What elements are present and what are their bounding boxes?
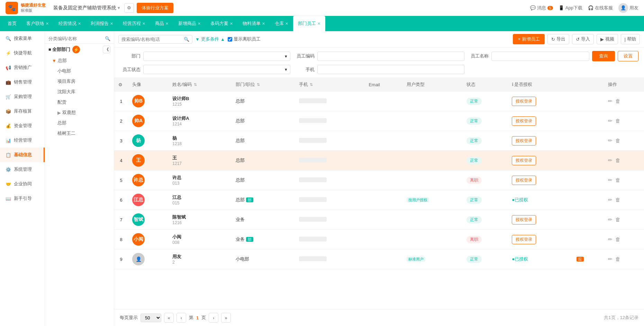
help-button[interactable]: | 帮助 [621, 34, 640, 44]
nav-home[interactable]: 首页 [3, 16, 21, 31]
search-submit-icon[interactable]: 🔍 [184, 37, 189, 42]
auth-button[interactable]: 授权登录 [512, 116, 536, 126]
auth-button[interactable]: 授权登录 [512, 156, 536, 165]
first-page-button[interactable]: « [164, 313, 174, 323]
last-page-button[interactable]: » [221, 313, 231, 323]
nav-close-icon7[interactable]: ✕ [230, 21, 233, 26]
edit-button[interactable]: ✏ [608, 177, 613, 183]
user-avatar[interactable]: 👤 用友 [618, 3, 638, 13]
prev-page-button[interactable]: ‹ [176, 313, 186, 323]
dept-node-zhishu[interactable]: 植树王二 [51, 128, 114, 139]
nav-sales[interactable]: 💼 销售管理 [0, 75, 45, 89]
dept-node-peihuo[interactable]: 配货 [51, 97, 114, 107]
nav-marketing[interactable]: 📢 营销推广 [0, 60, 45, 75]
row-auth[interactable]: 授权登录 [508, 91, 571, 111]
dept-collapse-button[interactable]: 《 [103, 46, 110, 53]
resigned-checkbox-input[interactable] [228, 37, 232, 42]
edit-button[interactable]: ✏ [608, 157, 613, 164]
emp-code-input[interactable] [317, 52, 464, 61]
nav-customer[interactable]: 客户联络 ✕ [21, 16, 54, 31]
nav-close-icon5[interactable]: ✕ [165, 21, 169, 26]
row-auth[interactable]: 授权登录 [508, 210, 571, 230]
dept-node-zongbu2[interactable]: 总部 [51, 118, 114, 128]
delete-button[interactable]: 🗑 [615, 256, 620, 262]
nav-close-icon2[interactable]: ✕ [78, 21, 81, 26]
nav-operation[interactable]: 经营情况 ✕ [54, 16, 86, 31]
nav-management[interactable]: 📊 经营管理 [0, 133, 45, 148]
dept-node-xiaodibu[interactable]: 小电部 [51, 66, 114, 76]
dept-add-button[interactable]: ⚡ [72, 46, 80, 53]
row-auth[interactable]: ●已授权 [508, 190, 571, 210]
delete-button[interactable]: 🗑 [615, 118, 620, 124]
import-button[interactable]: ↺ 导入 [572, 34, 594, 44]
auth-button[interactable]: 授权登录 [512, 176, 536, 185]
message-button[interactable]: 💬 消息 5 [530, 5, 553, 11]
dept-node-zongbu[interactable]: ▼ 总部 [45, 55, 114, 66]
nav-close-icon3[interactable]: ✕ [110, 21, 113, 26]
nav-warehouse[interactable]: 仓库 ✕ [270, 16, 293, 31]
row-auth[interactable]: ●已授权 [508, 249, 571, 269]
edit-button[interactable]: ✏ [608, 98, 613, 104]
nav-guide[interactable]: 📖 新手引导 [0, 191, 45, 206]
settings-button[interactable]: ⚙ [124, 3, 134, 13]
edit-button[interactable]: ✏ [608, 197, 613, 203]
delete-button[interactable]: 🗑 [615, 157, 620, 164]
nav-quick-nav[interactable]: ⚡ 快捷导航 [0, 46, 45, 60]
edit-button[interactable]: ✏ [608, 138, 613, 144]
page-size-select[interactable]: 50 20 100 [140, 314, 161, 322]
export-button[interactable]: ↻ 导出 [547, 34, 569, 44]
delete-button[interactable]: 🗑 [615, 98, 620, 104]
nav-profit[interactable]: 利润报告 ✕ [86, 16, 118, 31]
more-conditions-button[interactable]: ▼ 更多条件 ▲ [195, 36, 225, 42]
nav-history[interactable]: 经营历程 ✕ [118, 16, 150, 31]
row-auth[interactable]: 授权登录 [508, 131, 571, 151]
delete-button[interactable]: 🗑 [615, 217, 620, 223]
search-input[interactable] [121, 37, 184, 42]
query-button[interactable]: 查询 [592, 51, 615, 61]
nav-inventory[interactable]: 📦 库存核算 [0, 104, 45, 118]
delete-button[interactable]: 🗑 [615, 236, 620, 243]
nav-system[interactable]: ⚙️ 系统管理 [0, 162, 45, 177]
view-button[interactable]: ▶ 视频 [597, 34, 618, 44]
dept-node-xiangmu[interactable]: 项目库房 [51, 76, 114, 87]
nav-close-icon[interactable]: ✕ [46, 21, 49, 26]
phone-input[interactable] [317, 65, 464, 74]
dept-node-shuanglu[interactable]: ▶ 双鹿想 [51, 107, 114, 118]
nav-search-menu[interactable]: 🔍 搜索菜单 [0, 31, 45, 46]
nav-close-icon9[interactable]: ✕ [285, 21, 288, 26]
row-auth[interactable]: 授权登录 [508, 111, 571, 131]
nav-employee[interactable]: 部门员工 ✕ [293, 16, 325, 31]
dropdown-arrow-icon[interactable]: ▾ [118, 5, 120, 10]
nav-close-icon4[interactable]: ✕ [142, 21, 145, 26]
nav-barcode[interactable]: 条码方案 ✕ [206, 16, 238, 31]
trial-button[interactable]: 体验行业方案 [137, 3, 173, 13]
auth-button[interactable]: 授权登录 [512, 235, 536, 244]
nav-basic-info[interactable]: 📋 基础信息 [0, 148, 45, 162]
delete-button[interactable]: 🗑 [615, 177, 620, 183]
delete-button[interactable]: 🗑 [615, 138, 620, 144]
col-name[interactable]: 姓名/编码 ⇅ [168, 78, 232, 91]
nav-close-icon8[interactable]: ✕ [262, 21, 265, 26]
edit-button[interactable]: ✏ [608, 118, 613, 124]
nav-close-icon6[interactable]: ✕ [198, 21, 201, 26]
row-auth[interactable]: 授权登录 [508, 170, 571, 190]
nav-product[interactable]: 商品 ✕ [150, 16, 173, 31]
nav-close-icon10[interactable]: ✕ [317, 21, 320, 26]
dept-search-input[interactable] [48, 36, 105, 41]
auth-button[interactable]: 授权登录 [512, 97, 536, 106]
edit-button[interactable]: ✏ [608, 256, 613, 262]
emp-name-input[interactable] [491, 52, 589, 61]
col-phone[interactable]: 手机 ⇅ [295, 78, 365, 91]
setting-button[interactable]: 设置 [618, 51, 638, 61]
online-service-button[interactable]: 🎧 在线客服 [588, 5, 613, 11]
col-dept[interactable]: 部门/职位 ⇅ [232, 78, 295, 91]
dept-node-shenyang[interactable]: 沈阳大库 [51, 87, 114, 97]
edit-button[interactable]: ✏ [608, 217, 613, 223]
row-auth[interactable]: 授权登录 [508, 151, 571, 170]
delete-button[interactable]: 🗑 [615, 197, 620, 203]
edit-button[interactable]: ✏ [608, 236, 613, 243]
show-resigned-checkbox[interactable]: 显示离职员工 [228, 36, 261, 42]
dept-search-icon[interactable]: 🔍 [105, 36, 110, 41]
status-filter-select[interactable]: ▾ [143, 65, 290, 74]
add-employee-button[interactable]: + 新增员工 [513, 34, 544, 44]
